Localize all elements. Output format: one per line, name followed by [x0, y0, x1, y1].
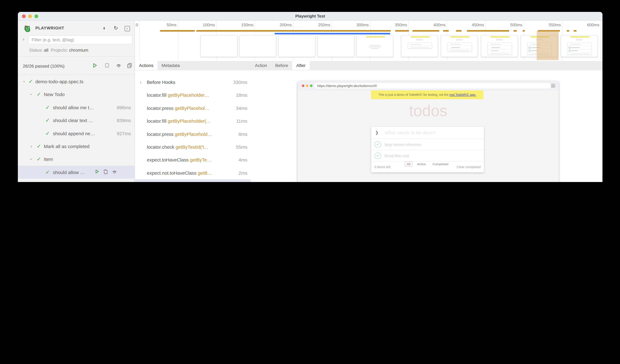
filmstrip-thumbnail[interactable]: todos [481, 35, 518, 57]
mini-item-line [571, 50, 578, 51]
action-title: locator.fill getByPlaceholder(… [147, 115, 211, 128]
copy-icon[interactable] [127, 63, 133, 69]
action-locator: getByPlaceholder(… [168, 118, 211, 124]
mini-input-row [568, 43, 591, 46]
mini-input-row [408, 43, 432, 46]
filter-all[interactable]: All [404, 162, 413, 167]
mini-footer-line [411, 47, 429, 47]
banner-text: This is just a demo of TodoMVC for testi… [378, 93, 449, 96]
chevron-right-icon[interactable]: › [29, 140, 33, 153]
action-row[interactable]: locator.check getByTestId('t…55ms [135, 140, 251, 153]
timeline-tick-label: 250ms [311, 23, 330, 28]
timeline-tick-label: 600ms [581, 23, 599, 28]
tree-item-label: Item [44, 153, 53, 166]
stop-button[interactable] [104, 63, 110, 69]
todos-heading: todos [298, 102, 559, 120]
toggle-all-icon[interactable]: ❯ [375, 127, 379, 139]
tab-actions[interactable]: Actions [135, 61, 157, 70]
pass-check-icon: ✓ [37, 153, 41, 166]
mini-footer-row [448, 49, 472, 51]
filter-active[interactable]: Active [415, 162, 428, 167]
collapse-panel-glyph: › [124, 26, 130, 31]
timeline-gridline [139, 21, 140, 61]
browser-close-icon [302, 85, 304, 87]
timeline[interactable]: 050ms100ms150ms200ms250ms300ms350ms400ms… [135, 21, 603, 61]
reload-icon[interactable]: ↻ [112, 25, 119, 32]
filmstrip-thumbnail[interactable] [356, 35, 393, 57]
tree-row[interactable]: ›✓Mark all as completed [18, 140, 135, 153]
banner-link[interactable]: real TodoMVC app. [449, 93, 476, 96]
collapse-panel-icon[interactable]: › [124, 25, 131, 32]
tree-item-label: Mark all as completed [44, 140, 90, 153]
tree-row[interactable]: ✓should allow me t…896ms [18, 101, 135, 114]
mini-todos-heading: todos [561, 38, 597, 41]
timeline-gridline [601, 21, 601, 61]
url-bar[interactable]: https://demo.playwright.dev/todomvc/#/ [314, 83, 551, 89]
tab-label: Action [255, 63, 267, 68]
watch-icon[interactable] [112, 169, 117, 174]
chevron-down-icon[interactable]: › [25, 157, 38, 162]
play-icon[interactable] [94, 169, 100, 174]
tree-row[interactable]: ✓should clear text …839ms [18, 114, 135, 127]
tree-row[interactable]: ›✓Item [18, 153, 135, 166]
action-row[interactable]: ›Before Hooks330ms [135, 76, 251, 89]
filmstrip-thumbnail[interactable] [239, 35, 276, 57]
tree-row[interactable]: ✓should allow me t…740ms [18, 179, 135, 182]
filmstrip-thumbnail[interactable] [201, 35, 237, 57]
mini-footer-row [488, 52, 512, 54]
timeline-selection-overlay[interactable] [537, 31, 559, 60]
action-row[interactable]: locator.check getByTestId('t…28ms [135, 179, 251, 182]
tab-after[interactable]: After [292, 61, 310, 70]
browser-chrome: https://demo.playwright.dev/todomvc/#/ [298, 81, 559, 91]
action-row[interactable]: locator.fill getByPlaceholder(…11ms [135, 115, 251, 128]
tree-row[interactable]: ✓should allow … [18, 166, 135, 179]
todo-checkbox[interactable]: ✓ [374, 152, 381, 159]
menu-icon [551, 84, 555, 87]
action-row[interactable]: locator.fill getByPlaceholder…18ms [135, 89, 251, 102]
todo-checkbox[interactable]: ✓ [374, 141, 381, 148]
snapshot-browser: https://demo.playwright.dev/todomvc/#/ T… [298, 81, 559, 182]
mini-placeholder-line [450, 44, 461, 45]
network-activity-bar [412, 30, 439, 32]
action-duration: 28ms [236, 179, 247, 182]
filter-expand-icon[interactable]: › [23, 37, 24, 42]
tree-row[interactable]: ›✓New Todo [18, 88, 135, 101]
filmstrip-thumbnail[interactable]: todos [441, 35, 478, 57]
filter-completed[interactable]: Completed [430, 162, 450, 167]
tab-action[interactable]: Action [251, 61, 271, 70]
chevron-down-icon[interactable]: › [25, 92, 38, 97]
action-row[interactable]: expect.not.toHaveClass getB…2ms [135, 166, 251, 179]
tree-item-duration: 740ms [117, 179, 131, 182]
filmstrip-thumbnail[interactable]: todos [561, 35, 598, 57]
action-row[interactable]: locator.press getByPlacehol…34ms [135, 102, 251, 115]
filter-row: › [18, 35, 135, 44]
network-activity-bar [443, 30, 449, 32]
run-all-button[interactable] [92, 63, 98, 69]
action-method: locator.press [147, 131, 175, 136]
filter-input[interactable] [29, 35, 132, 44]
tab-metadata[interactable]: Metadata [157, 61, 184, 70]
action-duration: 34ms [236, 102, 247, 115]
watch-all-icon[interactable] [116, 63, 122, 69]
network-activity-bar [467, 30, 509, 32]
action-row[interactable]: locator.press getByPlacehold…8ms [135, 128, 251, 140]
filmstrip-thumbnail[interactable] [318, 35, 355, 57]
action-row[interactable]: expect.toHaveClass getByTe…4ms [135, 153, 251, 167]
chevron-right-icon[interactable]: › [140, 76, 141, 89]
open-source-icon[interactable] [103, 169, 108, 174]
clear-completed-button[interactable]: Clear completed [457, 162, 481, 172]
title-bar: Playwright Test [18, 12, 603, 21]
theme-toggle-icon[interactable]: ◐ [101, 25, 108, 32]
filmstrip-thumbnail[interactable] [278, 35, 315, 57]
status-line[interactable]: Status: all Projects: chromium [29, 47, 88, 53]
divider [18, 75, 135, 75]
filmstrip-thumbnail[interactable]: todos [401, 35, 438, 57]
mini-todo-card [448, 43, 472, 52]
tab-before[interactable]: Before [271, 61, 292, 70]
tree-row[interactable]: ✓should append ne…927ms [18, 127, 135, 140]
tree-item-duration: 927ms [117, 127, 131, 140]
tree-row[interactable]: ›✓demo-todo-app.spec.ts [18, 75, 135, 88]
network-activity-bar [523, 30, 525, 32]
action-locator: getByPlacehold… [175, 131, 212, 136]
new-todo-placeholder[interactable]: What needs to be done? [385, 127, 436, 139]
